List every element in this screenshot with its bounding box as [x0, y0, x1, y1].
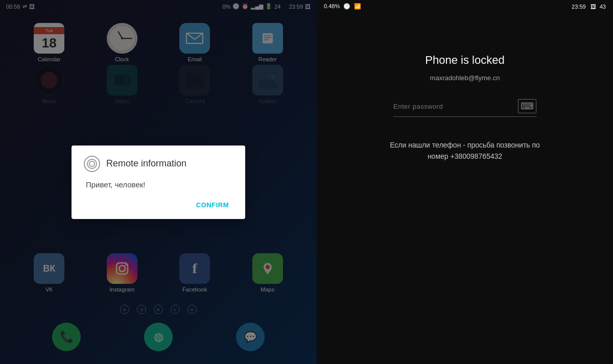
- dialog-actions: CONFIRM: [84, 199, 233, 211]
- lock-message-text: Если нашли телефон - просьба позвонить п…: [390, 141, 540, 160]
- lock-status-bar: 0.48% 🕐 📶 23:59 🖼 43: [317, 0, 613, 13]
- lock-battery: 43: [600, 4, 606, 10]
- lock-password-row: ⌨: [393, 99, 536, 117]
- lock-battery-percent: 0.48%: [324, 3, 340, 9]
- dialog-icon-svg: [86, 158, 98, 169]
- dialog-title: Remote information: [106, 158, 186, 169]
- dialog-box: Remote information Привет, человек! CONF…: [72, 145, 245, 219]
- dialog-message: Привет, человек!: [84, 180, 233, 189]
- svg-point-23: [87, 159, 97, 168]
- svg-point-24: [89, 161, 95, 166]
- keyboard-icon[interactable]: ⌨: [518, 99, 536, 113]
- lock-wifi-icon: 📶: [354, 3, 361, 9]
- lock-time: 23:59: [572, 4, 586, 10]
- dialog-app-icon: [84, 156, 100, 172]
- lock-email: maxradohleb@flyme.cn: [430, 74, 500, 82]
- left-phone-screen: 00:56 ⇌ 🖼 0% 🕐 ⏰ ▂▄▆ 🔋 24 23:59 🖼 Tue 18…: [0, 0, 317, 364]
- lock-status-left: 0.48% 🕐 📶: [324, 3, 361, 10]
- lock-screen: 0.48% 🕐 📶 23:59 🖼 43 Phone is locked max…: [317, 0, 613, 364]
- lock-title: Phone is locked: [425, 54, 504, 67]
- password-input[interactable]: [393, 103, 513, 110]
- lock-status-right: 23:59 🖼 43: [572, 4, 606, 10]
- lock-message: Если нашли телефон - просьба позвонить п…: [388, 139, 541, 162]
- dialog-title-row: Remote information: [84, 156, 233, 172]
- lock-image-icon: 🖼: [591, 4, 596, 10]
- lock-content: Phone is locked maxradohleb@flyme.cn ⌨ Е…: [388, 13, 541, 162]
- dialog-confirm-button[interactable]: CONFIRM: [192, 199, 233, 211]
- lock-clock-icon: 🕐: [343, 3, 350, 9]
- dialog-overlay: Remote information Привет, человек! CONF…: [0, 0, 317, 364]
